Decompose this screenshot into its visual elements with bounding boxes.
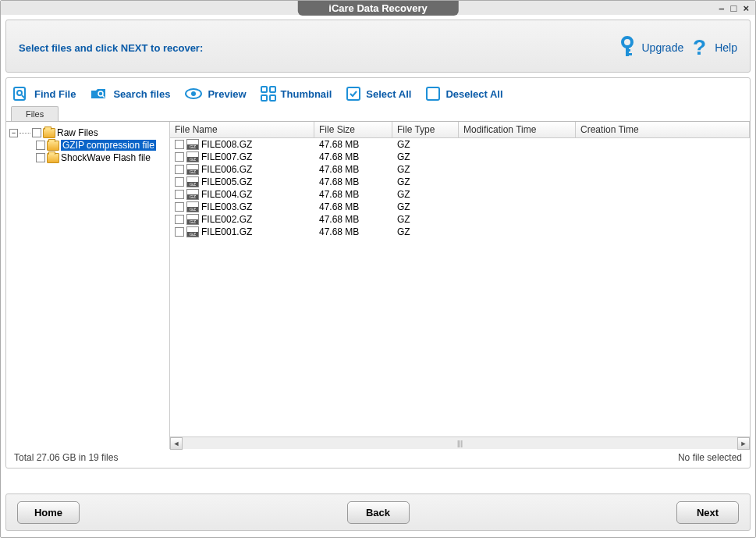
- scroll-track[interactable]: |||: [183, 437, 737, 450]
- file-row[interactable]: FILE008.GZ47.68 MBGZ: [170, 138, 750, 151]
- grid-icon: [261, 86, 276, 102]
- toolbar: Find File Search files Preview Thumbnail…: [6, 86, 750, 106]
- file-row[interactable]: FILE004.GZ47.68 MBGZ: [170, 188, 750, 201]
- select-all-button[interactable]: Select All: [346, 86, 411, 102]
- file-row[interactable]: FILE002.GZ47.68 MBGZ: [170, 213, 750, 226]
- file-size: 47.68 MB: [314, 139, 392, 150]
- scroll-left-icon[interactable]: ◄: [170, 437, 183, 450]
- eye-icon: [184, 86, 203, 102]
- col-file-size[interactable]: File Size: [314, 122, 392, 137]
- folder-icon: [47, 141, 59, 151]
- file-rows[interactable]: FILE008.GZ47.68 MBGZFILE007.GZ47.68 MBGZ…: [170, 138, 750, 436]
- back-button[interactable]: Back: [347, 501, 410, 524]
- status-selection: No file selected: [678, 452, 742, 463]
- file-type: GZ: [392, 176, 459, 187]
- horizontal-scrollbar[interactable]: ◄ ||| ►: [170, 436, 750, 449]
- svg-rect-3: [626, 49, 630, 52]
- svg-rect-17: [427, 87, 439, 100]
- find-icon: [12, 86, 30, 102]
- file-size: 47.68 MB: [314, 189, 392, 200]
- status-bar: Total 27.06 GB in 19 files No file selec…: [6, 449, 750, 468]
- svg-text:?: ?: [693, 36, 706, 59]
- file-row[interactable]: FILE003.GZ47.68 MBGZ: [170, 201, 750, 213]
- checkbox[interactable]: [175, 215, 184, 224]
- tree-child-label: ShockWave Flash file: [61, 152, 151, 163]
- file-row[interactable]: FILE007.GZ47.68 MBGZ: [170, 151, 750, 163]
- svg-rect-14: [261, 95, 267, 101]
- file-type: GZ: [392, 164, 459, 175]
- upgrade-button[interactable]: Upgrade: [617, 36, 684, 59]
- col-file-name[interactable]: File Name: [170, 122, 314, 137]
- tree-root-label: Raw Files: [57, 127, 98, 138]
- title-bar: iCare Data Recovery – □ ×: [1, 1, 755, 15]
- scroll-right-icon[interactable]: ►: [737, 437, 750, 450]
- select-all-icon: [346, 86, 361, 102]
- file-row[interactable]: FILE006.GZ47.68 MBGZ: [170, 163, 750, 176]
- search-folder-icon: [90, 86, 108, 102]
- svg-rect-5: [14, 87, 25, 100]
- file-name: FILE003.GZ: [201, 201, 252, 212]
- folder-tree[interactable]: − Raw Files GZIP compression fileShockWa…: [6, 122, 170, 449]
- question-icon: ?: [690, 36, 710, 59]
- deselect-all-button[interactable]: Deselect All: [425, 86, 502, 102]
- file-type: GZ: [392, 189, 459, 200]
- maximize-icon[interactable]: □: [731, 2, 737, 14]
- checkbox[interactable]: [175, 165, 184, 174]
- thumbnail-button[interactable]: Thumbnail: [261, 86, 332, 102]
- checkbox[interactable]: [175, 177, 184, 187]
- svg-point-6: [17, 91, 22, 95]
- col-mod-time[interactable]: Modification Time: [459, 122, 576, 137]
- tab-files[interactable]: Files: [11, 106, 59, 121]
- checkbox[interactable]: [175, 152, 184, 162]
- file-name: FILE006.GZ: [201, 164, 252, 175]
- file-row[interactable]: FILE001.GZ47.68 MBGZ: [170, 226, 750, 238]
- file-name: FILE002.GZ: [201, 214, 252, 225]
- checkbox[interactable]: [175, 227, 184, 237]
- preview-button[interactable]: Preview: [184, 86, 246, 102]
- column-headers[interactable]: File Name File Size File Type Modificati…: [170, 122, 750, 138]
- file-row[interactable]: FILE005.GZ47.68 MBGZ: [170, 176, 750, 188]
- tree-child-label: GZIP compression file: [61, 140, 156, 151]
- main-panel: Find File Search files Preview Thumbnail…: [5, 77, 751, 469]
- file-name: FILE001.GZ: [201, 226, 252, 237]
- checkbox[interactable]: [175, 202, 184, 212]
- gz-file-icon: [186, 201, 199, 212]
- footer-bar: Home Back Next: [5, 493, 751, 531]
- gz-file-icon: [186, 214, 199, 225]
- deselect-all-label: Deselect All: [445, 88, 502, 100]
- svg-rect-15: [270, 95, 275, 101]
- close-icon[interactable]: ×: [743, 2, 749, 14]
- file-name: FILE008.GZ: [201, 139, 252, 150]
- file-size: 47.68 MB: [314, 164, 392, 175]
- file-type: GZ: [392, 214, 459, 225]
- checkbox[interactable]: [175, 190, 184, 199]
- folder-icon: [47, 153, 59, 163]
- tree-child-row[interactable]: GZIP compression file: [9, 139, 166, 151]
- search-files-button[interactable]: Search files: [90, 86, 170, 102]
- col-file-type[interactable]: File Type: [392, 122, 459, 137]
- deselect-all-icon: [425, 86, 441, 102]
- help-button[interactable]: ? Help: [690, 36, 737, 59]
- search-label: Search files: [113, 88, 170, 100]
- checkbox[interactable]: [36, 153, 45, 162]
- home-button[interactable]: Home: [17, 501, 80, 524]
- svg-rect-16: [347, 87, 360, 100]
- tree-root-row[interactable]: − Raw Files: [9, 126, 166, 139]
- checkbox[interactable]: [32, 128, 41, 137]
- svg-rect-2: [626, 53, 632, 55]
- collapse-icon[interactable]: −: [9, 129, 18, 137]
- file-size: 47.68 MB: [314, 176, 392, 187]
- next-button[interactable]: Next: [676, 501, 739, 524]
- key-icon: [617, 36, 637, 59]
- tree-child-row[interactable]: ShockWave Flash file: [9, 151, 166, 164]
- col-creation-time[interactable]: Creation Time: [576, 122, 750, 137]
- select-all-label: Select All: [366, 88, 411, 100]
- checkbox[interactable]: [175, 140, 184, 149]
- checkbox[interactable]: [36, 141, 45, 150]
- file-size: 47.68 MB: [314, 201, 392, 212]
- file-name: FILE005.GZ: [201, 176, 252, 187]
- find-file-button[interactable]: Find File: [12, 86, 76, 102]
- file-size: 47.68 MB: [314, 226, 392, 237]
- upgrade-label: Upgrade: [642, 41, 684, 54]
- minimize-icon[interactable]: –: [719, 2, 724, 14]
